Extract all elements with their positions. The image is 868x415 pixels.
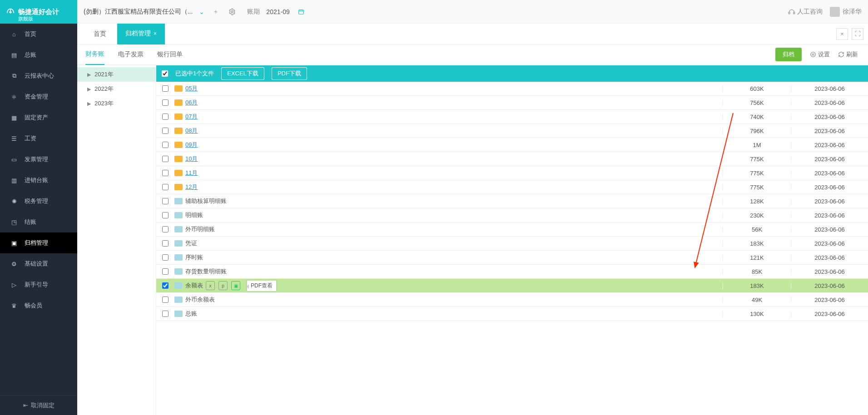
file-name[interactable]: 10月 bbox=[185, 155, 198, 163]
settings-button[interactable]: 设置 bbox=[810, 50, 830, 59]
row-checkbox[interactable] bbox=[162, 268, 169, 275]
table-row[interactable]: 08月796K2023-06-06 bbox=[156, 124, 868, 138]
row-checkbox[interactable] bbox=[162, 226, 169, 232]
row-checkbox[interactable] bbox=[162, 212, 169, 218]
file-name[interactable]: 09月 bbox=[185, 141, 198, 149]
tree-item[interactable]: ▶2022年 bbox=[77, 82, 156, 96]
file-date: 2023-06-06 bbox=[791, 311, 868, 317]
sub-tab-finance[interactable]: 财务账 bbox=[85, 44, 104, 65]
file-name[interactable]: 06月 bbox=[185, 99, 198, 107]
add-icon[interactable]: ＋ bbox=[211, 7, 221, 17]
table-row[interactable]: 10月775K2023-06-06 bbox=[156, 152, 868, 166]
nav-item-setting[interactable]: ⚙基础设置 bbox=[0, 253, 77, 274]
archive-button[interactable]: 归档 bbox=[775, 48, 802, 61]
nav-label: 进销台账 bbox=[25, 176, 48, 184]
nav-item-guide[interactable]: ▷新手引导 bbox=[0, 274, 77, 295]
table-row[interactable]: 07月740K2023-06-06 bbox=[156, 110, 868, 124]
nav-item-vip[interactable]: ♛畅会员 bbox=[0, 295, 77, 316]
company-chevron-icon[interactable]: ⌄ bbox=[199, 8, 204, 15]
row-checkbox[interactable] bbox=[162, 240, 169, 247]
gear-icon[interactable] bbox=[227, 7, 237, 17]
table-row[interactable]: 余额表xp▣PDF查看183K2023-06-06 bbox=[156, 279, 868, 293]
fullscreen-icon[interactable]: ⛶ bbox=[852, 28, 863, 40]
file-date: 2023-06-06 bbox=[791, 296, 868, 303]
row-checkbox[interactable] bbox=[162, 184, 169, 190]
row-checkbox[interactable] bbox=[162, 296, 169, 303]
table-row[interactable]: 12月775K2023-06-06 bbox=[156, 180, 868, 194]
table-row[interactable]: 06月756K2023-06-06 bbox=[156, 96, 868, 110]
row-checkbox[interactable] bbox=[162, 99, 169, 106]
file-size: 85K bbox=[723, 268, 791, 275]
row-checkbox[interactable] bbox=[162, 198, 169, 204]
table-row[interactable]: 序时账121K2023-06-06 bbox=[156, 251, 868, 265]
nav-item-invoice[interactable]: ▭发票管理 bbox=[0, 149, 77, 170]
table-row[interactable]: 外币明细账56K2023-06-06 bbox=[156, 222, 868, 237]
file-name[interactable]: 05月 bbox=[185, 84, 198, 93]
row-checkbox[interactable] bbox=[162, 142, 169, 148]
period-value[interactable]: 2021-09 bbox=[266, 8, 289, 15]
nav-item-salary[interactable]: ☰工资 bbox=[0, 128, 77, 149]
file-date: 2023-06-06 bbox=[791, 282, 868, 289]
tree-item[interactable]: ▶2023年 bbox=[77, 96, 156, 111]
table-row[interactable]: 总账130K2023-06-06 bbox=[156, 307, 868, 321]
table-row[interactable]: 外币余额表49K2023-06-06 bbox=[156, 293, 868, 307]
refresh-button[interactable]: 刷新 bbox=[838, 50, 858, 59]
table-row[interactable]: 11月775K2023-06-06 bbox=[156, 166, 868, 180]
tooltip: PDF查看 bbox=[247, 280, 277, 291]
tree-label: 2023年 bbox=[94, 99, 114, 108]
row-checkbox[interactable] bbox=[162, 311, 169, 317]
nav-item-fund[interactable]: ⚛资金管理 bbox=[0, 86, 77, 107]
nav-item-stock[interactable]: ▥进销台账 bbox=[0, 170, 77, 191]
select-all-checkbox[interactable] bbox=[162, 70, 168, 77]
table-row[interactable]: 存货数量明细账85K2023-06-06 bbox=[156, 265, 868, 279]
file-name[interactable]: 07月 bbox=[185, 113, 198, 121]
consult-button[interactable]: 人工咨询 bbox=[788, 8, 823, 16]
calendar-icon[interactable] bbox=[296, 7, 306, 17]
nav-item-ledger[interactable]: ▤总账 bbox=[0, 44, 77, 65]
tree-item[interactable]: ▶2021年 bbox=[77, 67, 156, 82]
row-checkbox[interactable] bbox=[162, 282, 169, 289]
row-checkbox[interactable] bbox=[162, 170, 169, 176]
file-name[interactable]: 11月 bbox=[185, 169, 198, 177]
close-icon[interactable]: × bbox=[154, 30, 157, 37]
home-icon: ⌂ bbox=[10, 30, 18, 38]
file-size: 130K bbox=[723, 311, 791, 317]
tab-close-all[interactable]: × bbox=[836, 28, 848, 40]
row-checkbox[interactable] bbox=[162, 254, 169, 261]
tab-home[interactable]: 首页 bbox=[85, 24, 114, 44]
excel-download-button[interactable]: EXCEL下载 bbox=[221, 67, 264, 80]
table-row[interactable]: 凭证183K2023-06-06 bbox=[156, 237, 868, 251]
file-date: 2023-06-06 bbox=[791, 156, 868, 163]
topbar: (勿删）江西服宝精品有限责任公司（... ⌄ ＋ 账期 2021-09 人工咨询… bbox=[77, 0, 868, 24]
table-row[interactable]: 05月603K2023-06-06 bbox=[156, 82, 868, 96]
pdf-view-icon[interactable]: ▣ bbox=[231, 281, 240, 290]
nav-label: 资金管理 bbox=[25, 93, 48, 101]
report-icon: ⧉ bbox=[10, 72, 18, 80]
pdf-download-icon[interactable]: p bbox=[218, 281, 228, 290]
row-checkbox[interactable] bbox=[162, 128, 169, 134]
nav-item-asset[interactable]: ▦固定资产 bbox=[0, 107, 77, 128]
nav-item-home[interactable]: ⌂首页 bbox=[0, 24, 77, 44]
sub-tab-einvoice[interactable]: 电子发票 bbox=[118, 44, 144, 65]
nav-item-archive[interactable]: ▣归档管理 bbox=[0, 232, 77, 253]
row-checkbox[interactable] bbox=[162, 114, 169, 120]
excel-view-icon[interactable]: x bbox=[206, 281, 215, 290]
unpin-button[interactable]: ⇤ 取消固定 bbox=[0, 395, 77, 415]
table-row[interactable]: 明细账230K2023-06-06 bbox=[156, 208, 868, 222]
nav-item-close[interactable]: ◳结账 bbox=[0, 212, 77, 232]
row-checkbox[interactable] bbox=[162, 85, 169, 92]
user-menu[interactable]: 徐泽华 bbox=[830, 7, 862, 17]
sub-tab-bank[interactable]: 银行回单 bbox=[157, 44, 183, 65]
pdf-download-button[interactable]: PDF下载 bbox=[272, 67, 307, 80]
company-selector[interactable]: (勿删）江西服宝精品有限责任公司（... bbox=[84, 8, 193, 16]
tab-archive[interactable]: 归档管理× bbox=[117, 24, 165, 44]
nav-item-tax[interactable]: ✺税务管理 bbox=[0, 191, 77, 212]
file-name[interactable]: 08月 bbox=[185, 127, 198, 135]
ledger-icon: ▤ bbox=[10, 51, 18, 59]
file-name[interactable]: 12月 bbox=[185, 183, 198, 191]
table-row[interactable]: 09月1M2023-06-06 bbox=[156, 138, 868, 152]
nav-item-report[interactable]: ⧉云报表中心 bbox=[0, 65, 77, 86]
caret-icon: ▶ bbox=[87, 101, 91, 107]
row-checkbox[interactable] bbox=[162, 156, 169, 162]
table-row[interactable]: 辅助核算明细账128K2023-06-06 bbox=[156, 194, 868, 208]
